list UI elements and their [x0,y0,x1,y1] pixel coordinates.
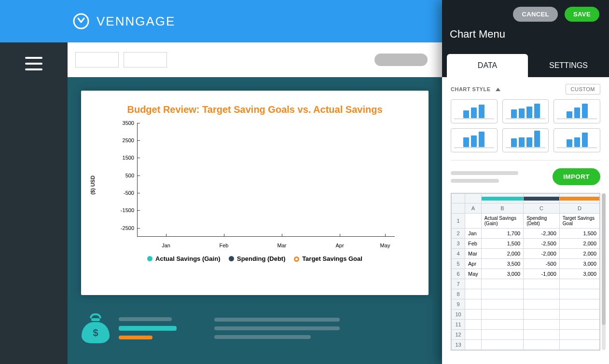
sheet-cell[interactable] [524,279,560,289]
xtick-label: Jan [162,243,170,248]
brand-logo-icon [72,13,90,30]
sheet-row-header[interactable]: 5 [452,259,465,269]
sheet-cell[interactable]: Target Savings Goal [559,214,599,229]
sheet-cell[interactable]: Jan [465,229,482,239]
sheet-cell[interactable] [524,299,560,310]
sheet-cell[interactable] [481,299,523,310]
cancel-button[interactable]: CANCEL [513,7,558,22]
sheet-cell[interactable] [524,289,560,299]
sheet-cell[interactable]: Apr [465,259,482,269]
sheet-cell[interactable]: 3,500 [481,259,523,269]
sheet-cell[interactable] [465,320,482,330]
left-rail [0,42,68,364]
sheet-cell[interactable]: 1,500 [559,229,599,239]
chart-style-thumb[interactable] [502,99,549,123]
sheet-cell[interactable]: -2,500 [524,239,560,249]
sheet-cell[interactable] [559,299,599,310]
sheet-row-header[interactable]: 12 [452,330,465,340]
sheet-row-header[interactable]: 13 [452,340,465,350]
sheet-cell[interactable] [465,330,482,340]
sheet-cell[interactable]: Feb [465,239,482,249]
sheet-row-header[interactable]: 11 [452,320,465,330]
sheet-cell[interactable] [465,289,482,299]
sheet-cell[interactable]: 3,000 [481,269,523,279]
sheet-row-header[interactable]: 6 [452,269,465,279]
sheet-cell[interactable] [465,310,482,320]
import-button[interactable]: IMPORT [553,168,600,185]
sheet-row-header[interactable]: 7 [452,279,465,289]
xtick-label: Feb [220,243,229,248]
save-button[interactable]: SAVE [565,7,599,22]
sheet-cell[interactable]: 3,000 [559,269,599,279]
sheet-cell[interactable] [559,320,599,330]
scrollbar[interactable] [602,193,606,350]
sheet-cell[interactable] [481,320,523,330]
sheet-col-header[interactable]: B [481,203,523,214]
sheet-cell[interactable] [481,279,523,289]
custom-button[interactable]: CUSTOM [566,84,600,94]
sheet-cell[interactable] [465,299,482,310]
toolbar-button-2[interactable] [124,52,167,67]
sheet-cell[interactable] [481,289,523,299]
hamburger-icon[interactable] [25,57,42,70]
sheet-cell[interactable]: 2,000 [559,249,599,259]
brand-name: VENNGAGE [97,14,175,29]
sheet-row-header[interactable]: 2 [452,229,465,239]
sheet-cell[interactable]: 1,500 [481,239,523,249]
chart-card[interactable]: Budget Review: Target Saving Goals vs. A… [81,91,429,295]
sheet-cell[interactable] [481,330,523,340]
sheet-cell[interactable] [465,340,482,350]
sheet-cell[interactable] [465,279,482,289]
sheet-cell[interactable]: Spending (Debt) [524,214,560,229]
chart-style-thumb[interactable] [554,128,600,152]
sheet-cell[interactable] [559,310,599,320]
chart-style-thumb[interactable] [451,128,498,152]
brand[interactable]: VENNGAGE [72,13,175,30]
toolbar-pill[interactable] [374,54,428,66]
chart-style-thumb[interactable] [502,128,549,152]
sheet-row-header[interactable]: 9 [452,299,465,310]
sheet-cell[interactable]: 2,000 [481,249,523,259]
sheet-cell[interactable]: -500 [524,259,560,269]
sheet-cell[interactable] [524,320,560,330]
sheet-cell[interactable] [524,310,560,320]
sheet-cell[interactable] [559,330,599,340]
sheet-row-header[interactable]: 8 [452,289,465,299]
sheet-cell[interactable]: May [465,269,482,279]
sheet-row-header[interactable]: 3 [452,239,465,249]
sheet-row-header[interactable]: 4 [452,249,465,259]
sheet-cell[interactable] [559,279,599,289]
sheet-cell[interactable] [559,340,599,350]
sheet-col-header[interactable]: A [465,203,482,214]
sheet-cell[interactable]: Actual Savings (Gain) [481,214,523,229]
ytick-label: -500 [124,190,134,196]
sheet-row-header[interactable]: 10 [452,310,465,320]
tab-settings[interactable]: SETTINGS [528,54,609,77]
sheet-cell[interactable]: 2,000 [559,239,599,249]
data-sheet[interactable]: ABCD1Actual Savings (Gain)Spending (Debt… [451,193,600,351]
chart-style-thumb[interactable] [451,99,498,123]
tab-data[interactable]: DATA [447,54,528,77]
sheet-cell[interactable]: 3,000 [559,259,599,269]
sheet-col-header[interactable]: D [559,203,599,214]
footer-lines-2 [214,318,340,339]
sheet-col-header[interactable]: C [524,203,560,214]
chart-style-thumb[interactable] [554,99,600,123]
sheet-cell[interactable] [559,289,599,299]
chart-style-header[interactable]: CHART STYLE CUSTOM [451,84,600,94]
sheet-row-header[interactable]: 1 [452,214,465,229]
sheet-cell[interactable] [524,340,560,350]
chart-plot: ($) USD 3500 2500 1500 500 -500 -1500 -2… [96,120,395,250]
ytick-label: -1500 [121,207,134,213]
sheet-cell[interactable]: -2,000 [524,249,560,259]
sheet-cell[interactable]: -1,000 [524,269,560,279]
sheet-cell[interactable]: Mar [465,249,482,259]
toolbar-button-1[interactable] [75,52,119,67]
sheet-cell[interactable] [465,214,482,229]
sheet-cell[interactable] [481,310,523,320]
sheet-cell[interactable]: -2,300 [524,229,560,239]
sheet-cell[interactable] [481,340,523,350]
sheet-cell[interactable]: 1,700 [481,229,523,239]
sheet-cell[interactable] [524,330,560,340]
legend-label: Actual Savings (Gain) [155,255,220,262]
